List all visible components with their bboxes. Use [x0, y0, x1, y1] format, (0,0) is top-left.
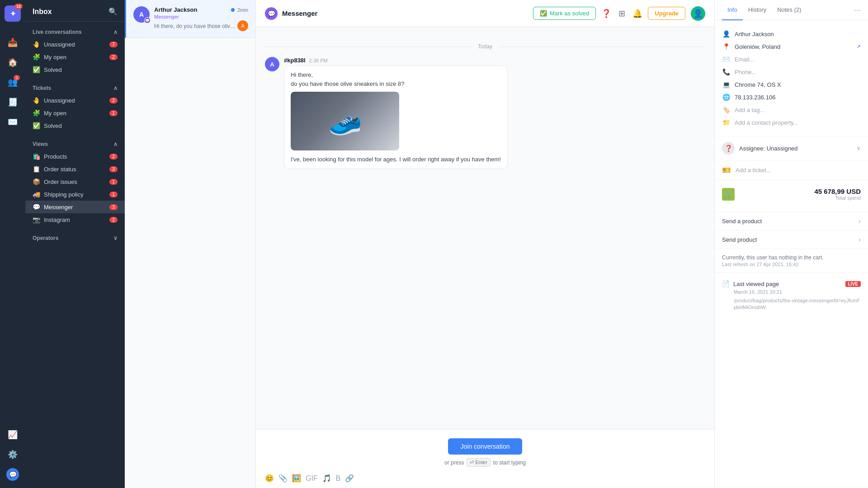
more-options-icon[interactable]: ···	[854, 5, 861, 15]
tickets-label: Tickets	[33, 85, 51, 91]
assignee-chevron-icon[interactable]: ∨	[857, 145, 861, 151]
nav-help[interactable]: 💬	[5, 466, 21, 483]
sidebar-item-solved-tickets[interactable]: ✅ Solved	[25, 119, 125, 132]
nav-email[interactable]: ✉️	[5, 114, 21, 130]
add-ticket-row[interactable]: 🎫 Add a ticket...	[715, 160, 868, 180]
cart-refresh-info: Last refresh on 27 Apr 2021, 16:42	[722, 262, 861, 267]
upgrade-button[interactable]: Upgrade	[648, 7, 685, 20]
user-avatar-button[interactable]: 👤	[691, 6, 705, 21]
sidebar-item-myopen-live[interactable]: 🧩 My open 2	[25, 51, 125, 63]
chat-header-left: 💬 Messenger	[265, 7, 317, 20]
chevron-down-operators-icon: ∨	[113, 235, 118, 241]
send-a-product-label: Send a product	[722, 218, 762, 225]
instagram-icon: 📷	[33, 216, 40, 223]
operators-toggle[interactable]: Operators ∨	[25, 233, 125, 244]
order-issues-label: Order issues	[44, 178, 77, 185]
chat-header: 💬 Messenger ✅ Mark as solved ❓ ⊞ 🔔 Upgra…	[256, 0, 714, 27]
sidebar-item-messenger[interactable]: 💬 Messenger 3	[25, 201, 125, 213]
msg-line-1: Hi there,	[291, 70, 501, 80]
link-icon[interactable]: 🔗	[345, 474, 354, 483]
messenger-label: Messenger	[44, 204, 73, 211]
tab-info[interactable]: Info	[722, 0, 743, 20]
ticket-icon: 🎫	[722, 166, 731, 174]
send-a-product-row[interactable]: Send a product ›	[715, 212, 868, 230]
contact-tag-row[interactable]: 🏷️ Add a tag...	[722, 103, 861, 116]
nav-orders[interactable]: 🧾	[5, 94, 21, 110]
nav-contacts[interactable]: 👥 2	[5, 74, 21, 90]
property-icon: 📁	[722, 119, 730, 126]
sidebar-item-shipping-policy[interactable]: 🚚 Shipping policy 1	[25, 188, 125, 201]
attachment-icon[interactable]: 📎	[278, 474, 288, 483]
msg-time-1: 2:38 PM	[309, 58, 328, 63]
mark-solved-button[interactable]: ✅ Mark as solved	[533, 7, 596, 20]
nav-home[interactable]: 🏠	[5, 54, 21, 70]
views-section: Views ∧ 🛍️ Products 2 📋 Order status 3 📦…	[25, 134, 125, 228]
online-indicator	[231, 8, 235, 12]
nav-settings[interactable]: ⚙️	[5, 446, 21, 463]
operators-section: Operators ∨	[25, 228, 125, 246]
sidebar-item-myopen-tickets[interactable]: 🧩 My open 1	[25, 107, 125, 119]
app-icon[interactable]: ✦ 12	[5, 5, 21, 22]
assignee-row[interactable]: ❓ Assignee: Unassigned ∨	[715, 136, 868, 160]
sidebar-item-unassigned-live[interactable]: 🤚 Unassigned 7	[25, 38, 125, 51]
sidebar-item-instagram[interactable]: 📷 Instagram 2	[25, 213, 125, 226]
shopify-header: 🛒 45 678,99 USD Total spend	[722, 188, 861, 201]
join-conversation-button[interactable]: Join conversation	[448, 438, 523, 455]
nav-inbox[interactable]: 📥	[5, 34, 21, 51]
views-toggle[interactable]: Views ∧	[25, 139, 125, 150]
sidebar-item-order-status[interactable]: 📋 Order status 3	[25, 163, 125, 175]
sidebar-item-unassigned-tickets[interactable]: 🤚 Unassigned 2	[25, 94, 125, 107]
cart-empty-message: Currently, this user has nothing in the …	[722, 254, 861, 261]
sidebar-item-solved-live[interactable]: ✅ Solved	[25, 63, 125, 76]
shopify-spend-info: 45 678,99 USD Total spend	[814, 188, 861, 201]
msg-sender-tag: #kp838l	[284, 57, 306, 64]
gif-icon[interactable]: GIF	[306, 474, 318, 483]
solved-live-icon: ✅	[33, 66, 40, 73]
nav-analytics[interactable]: 📈	[5, 427, 21, 443]
products-label: Products	[44, 153, 67, 160]
msg-avatar-1: A	[265, 57, 279, 71]
tab-notes[interactable]: Notes (2)	[772, 0, 807, 20]
last-viewed-url: /product/bag/products/the-vintage-messen…	[734, 297, 861, 311]
send-product-row[interactable]: Send product ›	[715, 230, 868, 249]
image-icon[interactable]: 🖼️	[292, 474, 301, 483]
last-viewed-title: Last viewed page	[733, 281, 842, 287]
contact-email-row[interactable]: ✉️ Email...	[722, 53, 861, 66]
live-conversations-toggle[interactable]: Live conversations ∧	[25, 27, 125, 38]
conv-preview-arthur: Hi there, do you have those olive...	[154, 23, 237, 29]
chevron-up-icon: ∧	[113, 29, 118, 35]
contact-property-row[interactable]: 📁 Add a contact property...	[722, 116, 861, 129]
contact-phone-row[interactable]: 📞 Phone...	[722, 66, 861, 78]
conversation-item-arthur[interactable]: A 💬 Arthur Jackson 2min Messenger Hi the…	[125, 0, 255, 38]
sidebar-search-icon[interactable]: 🔍	[108, 7, 118, 16]
messenger-count: 3	[109, 204, 118, 210]
shipping-policy-icon: 🚚	[33, 191, 40, 198]
browser-icon: 💻	[722, 81, 730, 88]
to-start-typing-label: to start typing	[493, 460, 526, 466]
bell-icon[interactable]: 🔔	[632, 9, 642, 19]
msg-content-1: #kp838l 2:38 PM Hi there, do you have th…	[284, 57, 705, 169]
msg-line-2: do you have those olive sneakers in size…	[291, 80, 501, 89]
last-viewed-header: 📄 Last viewed page LIVE	[722, 280, 861, 287]
cart-section: Currently, this user has nothing in the …	[715, 249, 868, 273]
email-icon: ✉️	[8, 117, 18, 127]
location-icon: 📍	[722, 43, 730, 50]
sidebar-item-products[interactable]: 🛍️ Products 2	[25, 150, 125, 163]
emoji-icon[interactable]: 😊	[265, 474, 274, 483]
myopen-live-label: My open	[44, 54, 66, 61]
sidebar-item-order-issues[interactable]: 📦 Order issues 1	[25, 175, 125, 188]
location-external-link[interactable]: ↗	[856, 43, 861, 50]
msg-followup: I've, been looking for this model for ag…	[291, 155, 501, 164]
add-ticket-label: Add a ticket...	[736, 167, 771, 174]
tab-history[interactable]: History	[743, 0, 772, 20]
myopen-tickets-count: 1	[109, 110, 118, 116]
audio-icon[interactable]: 🎵	[322, 474, 331, 483]
help-icon[interactable]: ❓	[601, 9, 611, 19]
header-icons: ❓ ⊞ 🔔	[601, 9, 642, 19]
assignee-label: Assignee: Unassigned	[739, 145, 852, 152]
enter-label: ⏎ Enter	[470, 460, 487, 465]
tickets-toggle[interactable]: Tickets ∧	[25, 83, 125, 94]
bold-icon[interactable]: B	[336, 474, 341, 483]
conv-name-arthur: Arthur Jackson	[154, 6, 197, 13]
grid-icon[interactable]: ⊞	[618, 9, 625, 19]
